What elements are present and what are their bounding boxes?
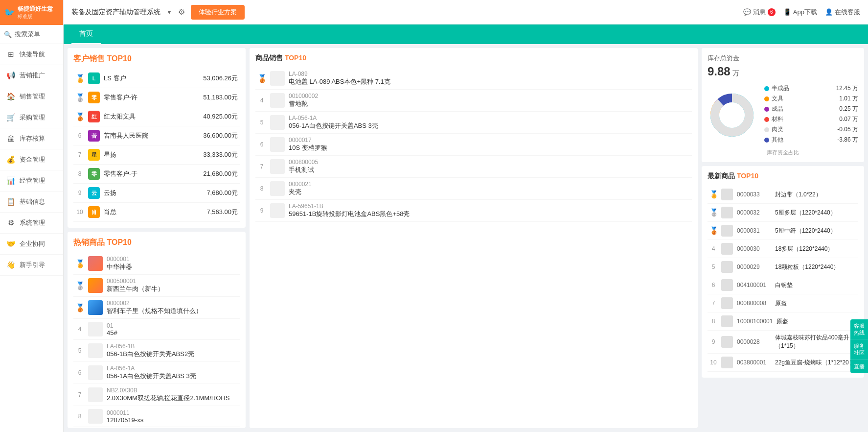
np-name: 原盔 xyxy=(775,299,856,308)
sidebar-nav-item-operation[interactable]: 📊 经营管理 xyxy=(0,170,63,192)
legend-item: 肉类 -0.05 万 xyxy=(764,125,858,134)
customer-name: 零售客户-于 xyxy=(104,169,199,178)
trial-btn[interactable]: 体验行业方案 xyxy=(191,5,245,20)
service-label: 在线客服 xyxy=(835,8,860,17)
np-name: 5厘多层（1220*2440） xyxy=(775,209,856,217)
customer-amount: 33,333.00元 xyxy=(203,150,238,159)
purchase-label: 采购管理 xyxy=(20,113,45,122)
newest-product-title: 最新商品 TOP10 xyxy=(708,172,858,181)
product-thumb xyxy=(88,322,103,336)
sidebar-nav-item-cooperation[interactable]: 🤝 企业协同 xyxy=(0,234,63,255)
sales-label: 销售管理 xyxy=(20,92,45,101)
product-info: NB2.0X30B 2.0X30MM双搓花轴,搓花直径2.1MM/ROHS xyxy=(107,387,238,403)
logo-name: 畅捷通好生意 xyxy=(18,5,53,13)
marketing-label: 营销推广 xyxy=(20,71,45,80)
avatar: 云 xyxy=(88,187,100,199)
legend-value: 0.25 万 xyxy=(831,105,858,113)
np-rank: 7 xyxy=(709,300,717,307)
sidebar-nav-item-sales[interactable]: 🏠 销售管理 xyxy=(0,86,63,107)
system-icon: ⚙ xyxy=(6,218,16,227)
product-item: 4 001000002 雪地靴 xyxy=(255,90,692,112)
np-thumb xyxy=(721,243,733,255)
rank-num: 8 xyxy=(75,170,84,177)
cs-community[interactable]: 服务社区 xyxy=(850,339,868,360)
sidebar-nav-item-quick-nav[interactable]: ⊞ 快捷导航 xyxy=(0,44,63,65)
sidebar-nav-item-guide[interactable]: 👋 新手引导 xyxy=(0,255,63,276)
product-code: LA-056-1A xyxy=(289,115,690,121)
main-container: 装备及固定资产辅助管理系统 ▼ ⚙ 体验行业方案 💬 消息 6 📱 App下载 … xyxy=(64,0,868,432)
settings-btn[interactable]: ⚙ xyxy=(178,7,185,17)
online-service-btn[interactable]: 👤 在线客服 xyxy=(825,8,860,17)
app-download-btn[interactable]: 📱 App下载 xyxy=(783,8,817,17)
dropdown-btn[interactable]: ▼ xyxy=(166,9,172,16)
np-rank: 🥈 xyxy=(709,208,717,217)
mid-panel: 商品销售 TOP10 🥉 LA-089 电池盖 LA-089 ABS本色+黑种 … xyxy=(250,44,702,432)
np-thumb xyxy=(721,336,733,348)
inventory-sub-title: 库存资金占比 xyxy=(708,149,858,156)
product-info: 001000002 雪地靴 xyxy=(289,93,690,108)
new-product-item: 9 0000028 体城嘉枝味苏打饮品400毫升（1*15） xyxy=(708,331,858,354)
product-item: 6 0000017 10S 变档罗猴 xyxy=(255,134,692,156)
sidebar-nav-item-finance[interactable]: 💰 资金管理 xyxy=(0,149,63,170)
product-info: LA-089 电池盖 LA-089 ABS本色+黑种 7.1克 xyxy=(289,71,690,86)
rank: 🥈 xyxy=(75,281,84,290)
product-thumb xyxy=(88,256,103,271)
rank: 4 xyxy=(257,97,266,104)
product-thumb xyxy=(270,181,285,196)
sidebar: 🐦 畅捷通好生意 标准版 🔍 搜索菜单 ⊞ 快捷导航 📢 营销推广 🏠 销售管理… xyxy=(0,0,64,432)
product-name: 056-1A白色按键开关盖ABS 3壳 xyxy=(289,121,690,130)
np-code: 0000028 xyxy=(737,338,771,345)
product-code: LA-056-1A xyxy=(107,365,238,372)
product-name: 中华神器 xyxy=(107,263,238,271)
product-item: 🏅 0000001 中华神器 xyxy=(73,253,240,275)
app-icon: 📱 xyxy=(783,8,791,16)
product-info: 0000002 智利车子里（规格不知道填什么） xyxy=(107,300,238,315)
sidebar-nav-item-marketing[interactable]: 📢 营销推广 xyxy=(0,65,63,86)
rank-num: 6 xyxy=(75,132,84,139)
rank: 7 xyxy=(75,391,84,398)
msg-btn[interactable]: 💬 消息 6 xyxy=(743,8,776,17)
customer-name: 云扬 xyxy=(104,189,203,197)
np-rank: 5 xyxy=(709,264,717,270)
bronze-medal-icon: 🥉 xyxy=(75,304,85,312)
list-item: 🏅 L LS 客户 53,006.26元 xyxy=(73,69,240,88)
avatar: 零 xyxy=(88,92,100,103)
sidebar-nav-item-purchase[interactable]: 🛒 采购管理 xyxy=(0,107,63,128)
product-thumb xyxy=(88,343,103,358)
silver-medal-icon: 🥈 xyxy=(75,94,85,102)
search-menu-btn[interactable]: 🔍 搜索菜单 xyxy=(4,30,59,39)
product-thumb xyxy=(270,71,285,86)
np-thumb xyxy=(721,315,733,327)
product-code: 0000001 xyxy=(107,256,238,263)
search-icon: 🔍 xyxy=(4,31,12,38)
cs-hotline[interactable]: 客服热线 xyxy=(850,319,868,340)
operation-icon: 📊 xyxy=(6,176,16,185)
sidebar-search-area[interactable]: 🔍 搜索菜单 xyxy=(0,25,63,44)
tab-home[interactable]: 首页 xyxy=(71,24,101,44)
legend-item: 文具 1.01 万 xyxy=(764,95,858,103)
customer-top10-title-main: 客户销售 TOP10 xyxy=(73,54,132,64)
sidebar-nav-item-basic-info[interactable]: 📋 基础信息 xyxy=(0,192,63,213)
sidebar-nav-item-system[interactable]: ⚙ 系统管理 xyxy=(0,213,63,234)
customer-amount: 53,006.26元 xyxy=(203,74,238,83)
finance-icon: 💰 xyxy=(6,155,16,164)
sidebar-nav-item-inventory[interactable]: 🏛 库存核算 xyxy=(0,128,63,149)
np-name: 白钢垫 xyxy=(775,281,856,289)
product-name: 雪地靴 xyxy=(289,99,690,108)
product-thumb xyxy=(88,409,103,424)
customer-name: 星扬 xyxy=(104,150,199,159)
product-sale-card: 商品销售 TOP10 🥉 LA-089 电池盖 LA-089 ABS本色+黑种 … xyxy=(250,48,698,428)
product-item: 🥉 LA-089 电池盖 LA-089 ABS本色+黑种 7.1克 xyxy=(255,68,692,90)
product-info: 01 45# xyxy=(107,322,238,336)
product-item: 7 NB2.0X30B 2.0X30MM双搓花轴,搓花直径2.1MM/ROHS xyxy=(73,384,240,406)
hot-product-title: 热销商品 TOP10 xyxy=(73,238,240,248)
avatar: 红 xyxy=(88,111,100,122)
product-code: LA-59651-1B xyxy=(289,203,690,210)
basic-info-icon: 📋 xyxy=(6,197,16,206)
customer-amount: 36,600.00元 xyxy=(203,131,238,140)
cs-live[interactable]: 直播 xyxy=(850,360,868,373)
top-nav: 首页 xyxy=(64,24,868,44)
legend-dot xyxy=(764,107,769,112)
rank: 🥉 xyxy=(75,303,84,312)
product-thumb xyxy=(88,300,103,315)
